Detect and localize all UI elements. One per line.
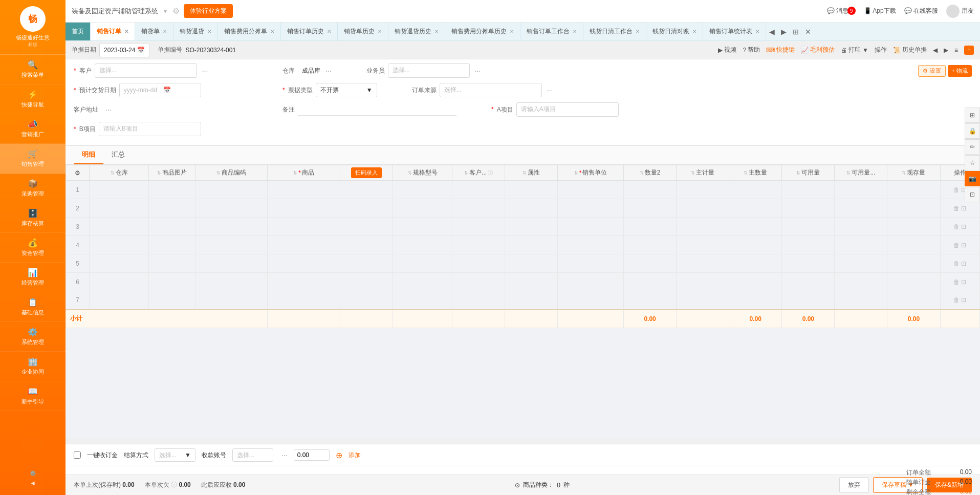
row-6-qty2[interactable] [624, 273, 677, 291]
date-input[interactable]: 2023-03-24 📅 [99, 43, 149, 57]
sidebar-item-base[interactable]: 📋 基础信息 [0, 292, 66, 322]
salesman-input[interactable]: 选择... [388, 63, 470, 78]
row-5-image[interactable] [149, 254, 195, 273]
tab-close-7[interactable]: ✕ [434, 29, 439, 34]
row-7-main-unit[interactable] [677, 291, 729, 310]
row-2-goods[interactable] [268, 199, 340, 218]
goods-count-icon[interactable]: ⊙ [515, 482, 520, 489]
app-download-link[interactable]: 📱 App下载 [864, 7, 896, 15]
row-6-available[interactable] [782, 273, 835, 291]
sidebar-item-sales[interactable]: 🛒 销售管理 [0, 144, 66, 174]
row-7-cust-code[interactable] [452, 291, 505, 310]
solution-btn[interactable]: 体验行业方案 [184, 4, 233, 18]
user-avatar[interactable]: 用友 [946, 5, 974, 18]
th-code[interactable]: ⇅商品编码 [195, 165, 268, 181]
th-customer-code[interactable]: ⇅客户... ⓘ [452, 165, 505, 181]
row-4-warehouse[interactable] [90, 236, 149, 254]
row-4-attrs[interactable] [505, 236, 558, 254]
row-6-goods[interactable] [268, 273, 340, 291]
tab-prev-btn[interactable]: ◀ [766, 23, 778, 40]
th-main-unit[interactable]: ⇅主计量 [677, 165, 729, 181]
th-attrs[interactable]: ⇅属性 [505, 165, 558, 181]
row-7-available[interactable] [782, 291, 835, 310]
sidebar-item-system[interactable]: ⚙️ 系统管理 [0, 322, 66, 352]
row-1-stock[interactable] [887, 181, 940, 199]
row-1-attrs[interactable] [505, 181, 558, 199]
tab-close-all-btn[interactable]: ✕ [802, 23, 814, 40]
row-4-spec[interactable] [393, 236, 452, 254]
row-1-goods[interactable] [268, 181, 340, 199]
row-6-cust-code[interactable] [452, 273, 505, 291]
row-1-unit[interactable] [558, 181, 624, 199]
th-spec[interactable]: ⇅规格型号 [393, 165, 452, 181]
tab-sales-return2[interactable]: 销货退货 ✕ [173, 23, 218, 40]
row-4-unit[interactable] [558, 236, 624, 254]
profit-btn[interactable]: 📈 毛利预估 [801, 46, 835, 54]
row-2-main-qty[interactable] [729, 199, 782, 218]
tab-close-11[interactable]: ✕ [692, 29, 696, 34]
tab-sales-return[interactable]: 销货单 ✕ [135, 23, 173, 40]
row-4-qty2[interactable] [624, 236, 677, 254]
discard-btn[interactable]: 放弃 [839, 477, 869, 493]
row-3-available[interactable] [782, 218, 835, 236]
row-5-main-qty[interactable] [729, 254, 782, 273]
row-4-main-unit[interactable] [677, 236, 729, 254]
row-1-qty2[interactable] [624, 181, 677, 199]
tab-close-8[interactable]: ✕ [510, 29, 514, 34]
row-2-available2[interactable] [835, 199, 887, 218]
row-1-available2[interactable] [835, 181, 887, 199]
row-2-main-unit[interactable] [677, 199, 729, 218]
row-2-cust-code[interactable] [452, 199, 505, 218]
row-3-qty2[interactable] [624, 218, 677, 236]
rp-btn-copy[interactable]: ⊡ [965, 187, 980, 202]
method-select[interactable]: 选择... ▼ [155, 448, 195, 462]
row-4-image[interactable] [149, 236, 195, 254]
row-4-code[interactable] [195, 236, 268, 254]
th-available2[interactable]: ⇅可用量... [835, 165, 887, 181]
row-3-unit[interactable] [558, 218, 624, 236]
add-icon[interactable]: ⊕ [336, 450, 342, 460]
row-4-copy-icon[interactable]: ⊡ [961, 242, 966, 249]
row-3-image[interactable] [149, 218, 195, 236]
th-unit[interactable]: ⇅*销售单位 [558, 165, 624, 181]
row-2-stock[interactable] [887, 199, 940, 218]
row-1-spec[interactable] [393, 181, 452, 199]
operation-btn[interactable]: 操作 [875, 46, 887, 54]
row-5-code[interactable] [195, 254, 268, 273]
delivery-date-input[interactable]: yyyy-mm-dd 📅 [119, 83, 201, 97]
tab-workbench[interactable]: 销售订单工作台 ✕ [520, 23, 583, 40]
sidebar-settings-btn[interactable]: ⚙️ [5, 470, 60, 476]
tab-sales-order-close[interactable]: ✕ [124, 29, 128, 34]
tab-home[interactable]: 首页 [66, 23, 91, 40]
sidebar-item-search[interactable]: 🔍 搜索菜单 [0, 55, 66, 84]
row-7-available2[interactable] [835, 291, 887, 310]
rp-btn-star[interactable]: ☆ [965, 155, 980, 170]
settings-config-btn[interactable]: ⚙ 设置 [918, 65, 945, 77]
row-4-main-qty[interactable] [729, 236, 782, 254]
th-warehouse[interactable]: ⇅仓库 [90, 165, 149, 181]
tab-expense-history[interactable]: 销售费用分摊单历史 ✕ [445, 23, 520, 40]
rp-btn-camera[interactable]: 📷 [965, 171, 980, 186]
tab-close-10[interactable]: ✕ [636, 29, 640, 34]
sidebar-item-finance[interactable]: 💰 资金管理 [0, 233, 66, 263]
calendar-icon[interactable]: 📅 [137, 47, 145, 54]
tab-return-history[interactable]: 销货退货历史 ✕ [388, 23, 445, 40]
row-3-cust-code[interactable] [452, 218, 505, 236]
row-6-image[interactable] [149, 273, 195, 291]
tab-sales-history[interactable]: 销售订单历史 ✕ [281, 23, 338, 40]
row-6-main-qty[interactable] [729, 273, 782, 291]
row-5-qty2[interactable] [624, 254, 677, 273]
sidebar-item-operations[interactable]: 📊 经营管理 [0, 263, 66, 292]
dropdown-arrow-icon[interactable]: ▼ [162, 8, 168, 15]
row-6-copy-icon[interactable]: ⊡ [961, 278, 966, 286]
row-2-delete-icon[interactable]: 🗑 [953, 205, 960, 212]
row-3-stock[interactable] [887, 218, 940, 236]
sidebar-item-enterprise[interactable]: 🏢 企业协同 [0, 352, 66, 381]
row-3-main-qty[interactable] [729, 218, 782, 236]
row-6-attrs[interactable] [505, 273, 558, 291]
salesman-more-icon[interactable]: ··· [475, 67, 481, 75]
preview-btn[interactable]: ▶ 视频 [718, 46, 736, 54]
th-image[interactable]: ⇅商品图片 [149, 165, 195, 181]
th-settings[interactable]: ⚙ [66, 165, 90, 181]
row-5-cust-code[interactable] [452, 254, 505, 273]
